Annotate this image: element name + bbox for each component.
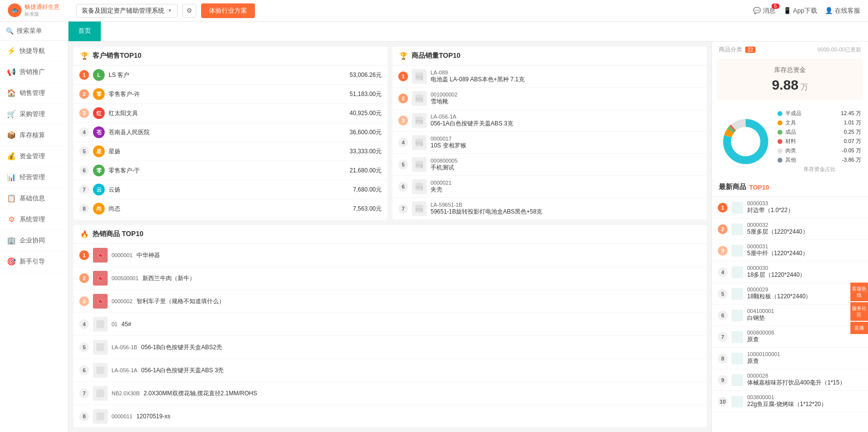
sidebar-item-sales[interactable]: 🏠 销售管理: [0, 83, 68, 104]
svg-rect-28: [734, 269, 741, 276]
sidebar-item-system[interactable]: ⚙ 系统管理: [0, 209, 68, 230]
product-image: img: [412, 157, 427, 172]
sidebar-label-finance: 资金管理: [20, 152, 45, 161]
search-menu-button[interactable]: 🔍 搜索菜单: [0, 22, 68, 41]
donut-chart: [719, 115, 773, 168]
sidebar-item-inventory[interactable]: 📦 库存核算: [0, 125, 68, 146]
product-thumb: [731, 223, 743, 235]
rank-number: 4: [79, 319, 89, 329]
customer-ranking-title: 客户销售TOP10: [92, 51, 141, 60]
sidebar-icon-basic: 📋: [7, 194, 16, 203]
list-item: 4 01 45#: [73, 313, 707, 336]
rank-number: 3: [79, 108, 89, 118]
product-name: 中华神器: [137, 251, 701, 260]
customer-name: 星扬: [109, 147, 346, 156]
rank-number: 1: [79, 250, 89, 260]
product-ranking-card: 🏆 商品销量TOP10 1 img LA-089 电池盖 LA-089 ABS本…: [392, 47, 707, 220]
product-code: 004100001: [747, 308, 862, 314]
avatar: 星: [93, 145, 105, 157]
legend-name: 肉类: [785, 147, 839, 154]
svg-rect-33: [734, 377, 741, 384]
customer-name: 零售客户-于: [109, 167, 346, 175]
avatar: 尚: [93, 203, 105, 215]
list-item: 9 0000028 体械嘉核味苏打饮品400毫升（1*15）: [712, 369, 868, 391]
table-row: 1 L LS 客户 53,006.26元: [73, 66, 388, 85]
legend-value: 1.01 万: [844, 119, 861, 126]
table-row: 2 零 零售客户-许 51,183.00元: [73, 85, 388, 104]
settings-button[interactable]: ⚙: [183, 4, 196, 18]
logo-icon: 🐟: [8, 3, 22, 17]
hot-products-card: 🔥 热销商品 TOP10 1 🥩 0000001 中华神器 2 🥩 000500…: [73, 225, 707, 427]
rank-number: 3: [398, 116, 408, 125]
sidebar-item-purchase[interactable]: 🛒 采购管理: [0, 104, 68, 125]
content-body: 🏆 客户销售TOP10 1 L LS 客户 53,006.26元 2 零 零售客…: [69, 42, 868, 432]
product-image: img: [412, 69, 427, 84]
legend-items: 半成品 12.45 万 文具 1.01 万 成品 0.25 万 材料 0.07 …: [777, 110, 861, 164]
product-name: 体械嘉核味苏打饮品400毫升（1*15）: [747, 379, 862, 387]
service-float-button[interactable]: 服务社区: [850, 302, 868, 321]
category-label: 商品分类: [719, 46, 742, 54]
table-row: 6 零 零售客户-于 21,680.00元: [73, 161, 388, 180]
product-code: 000800005: [431, 158, 701, 164]
sidebar-item-quick-nav[interactable]: ⚡ 快捷导航: [0, 41, 68, 62]
list-item: 10 003800001 22g鱼豆腐-烧烤味（1*12*20）: [712, 391, 868, 412]
rank-number: 6: [79, 365, 89, 375]
product-name: 新西兰牛肉（新牛）: [142, 274, 701, 283]
sidebar-icon-system: ⚙: [7, 215, 16, 224]
sidebar-icon-marketing: 📢: [7, 68, 16, 76]
customer-amount: 7,680.00元: [353, 186, 382, 194]
customer-name: 云扬: [109, 186, 349, 194]
legend-dot: [777, 130, 782, 135]
rank-number: 4: [398, 138, 408, 147]
product-name: 手机测试: [431, 164, 701, 172]
sidebar-label-sales: 销售管理: [20, 89, 45, 97]
sidebar-icon-guide: 🎯: [7, 257, 16, 266]
sidebar-item-company[interactable]: 🏢 企业协同: [0, 230, 68, 251]
sidebar-item-guide[interactable]: 🎯 新手引导: [0, 251, 68, 272]
message-button[interactable]: 💬 消息 6: [753, 6, 776, 15]
service-float-button[interactable]: 客服热线: [850, 283, 868, 301]
sidebar-icon-inventory: 📦: [7, 131, 16, 140]
rank-number: 7: [79, 388, 89, 398]
product-code: 0000021: [431, 180, 701, 186]
sidebar-icon-operations: 📊: [7, 173, 16, 182]
new-products-list: 1 0000033 封边带（1.0*22） 2 0000032 5厘多层（122…: [712, 197, 868, 412]
product-code: LA-089: [431, 70, 701, 75]
content-area: 首页 🏆 客户销售TOP10 1 L LS 客户 53,006.26元 2: [69, 22, 868, 432]
top-header: 🐟 畅捷通好生意 标准版 装备及固定资产辅助管理系统 ▼ ⚙ 体验行业方案 💬 …: [0, 0, 868, 22]
rank-number: 8: [79, 411, 89, 421]
search-menu-label: 搜索菜单: [17, 26, 42, 35]
product-name: 智利车子里（规格不知道填什么）: [137, 297, 701, 306]
app-download-button[interactable]: 📱 App下载: [783, 6, 817, 15]
product-trophy-icon: 🏆: [399, 52, 408, 60]
customer-amount: 33,333.00元: [350, 147, 382, 156]
product-thumb: [731, 353, 743, 364]
legend-name: 半成品: [785, 110, 838, 117]
sidebar-item-basic[interactable]: 📋 基础信息: [0, 188, 68, 209]
product-image: 🥩: [93, 271, 108, 286]
sidebar-item-finance[interactable]: 💰 资金管理: [0, 146, 68, 167]
avatar: 零: [93, 88, 105, 100]
sidebar-label-operations: 经营管理: [20, 173, 45, 182]
new-products-top10: TOP10: [749, 184, 769, 191]
service-label: 在线客服: [835, 6, 860, 15]
sidebar-item-marketing[interactable]: 📢 营销推广: [0, 62, 68, 83]
online-service-button[interactable]: 👤 在线客服: [825, 6, 860, 15]
list-item: 6 004100001 白钢垫: [712, 305, 868, 326]
legend-item: 其他 -3.86 万: [777, 156, 861, 164]
customer-name: 零售客户-许: [109, 90, 346, 98]
tab-home[interactable]: 首页: [69, 22, 101, 41]
svg-rect-17: [96, 389, 104, 397]
sidebar-icon-sales: 🏠: [7, 89, 16, 97]
product-info: LA-056-1A 056-1A白色按键开关盖ABS 3克: [431, 114, 701, 128]
svg-rect-15: [96, 343, 104, 351]
customer-amount: 40,925.00元: [350, 109, 382, 118]
sidebar-item-operations[interactable]: 📊 经营管理: [0, 167, 68, 188]
product-name: 2.0X30MM双摆花轴,摆花直径2.1MM/ROHS: [143, 389, 701, 398]
legend-item: 材料 0.07 万: [777, 138, 861, 145]
system-selector[interactable]: 装备及固定资产辅助管理系统 ▼: [76, 4, 178, 18]
trial-button[interactable]: 体验行业方案: [201, 3, 255, 18]
rank-number: 7: [398, 204, 408, 214]
service-float-button[interactable]: 直播: [850, 322, 868, 334]
product-code: LA-59651-1B: [431, 202, 701, 208]
